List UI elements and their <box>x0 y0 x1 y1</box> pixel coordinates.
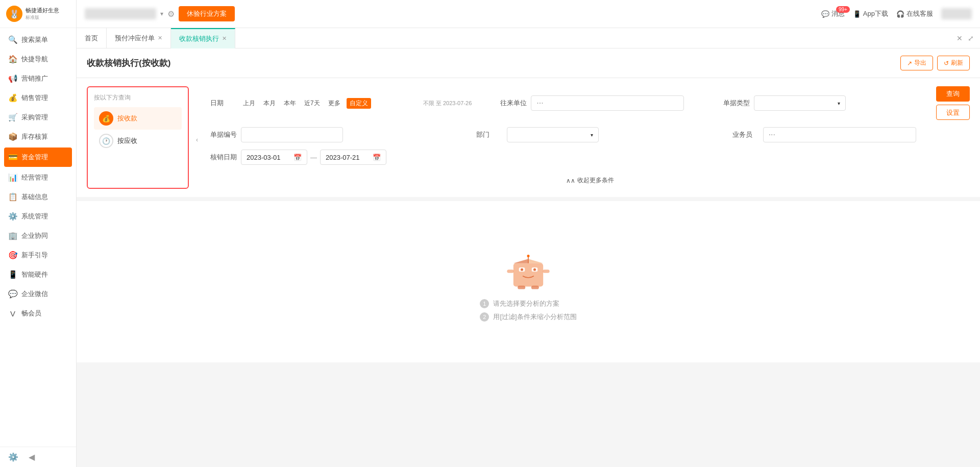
refresh-btn[interactable]: ↺ 刷新 <box>937 56 970 70</box>
target-icon: 🎯 <box>8 251 17 260</box>
online-service-btn[interactable]: 🎧 在线客服 <box>896 9 933 18</box>
sidebar-item-vip[interactable]: V 畅会员 <box>0 304 76 323</box>
nav-expand-icon[interactable]: ⤢ <box>968 34 974 42</box>
phone-icon: 📱 <box>8 270 17 279</box>
sidebar: 🐰 畅捷通好生意 标准版 🔍 搜索菜单 🏠 快捷导航 📢 营销推广 💰 销售管理… <box>0 0 77 467</box>
writeoff-start-input[interactable]: 2023-03-01 📅 <box>241 150 307 165</box>
megaphone-icon: 📢 <box>8 74 17 83</box>
counterpart-input[interactable]: ··· <box>531 95 684 111</box>
sidebar-item-wechat[interactable]: 💬 企业微信 <box>0 284 76 304</box>
collapse-chevron-icon: ∧∧ <box>566 177 575 184</box>
sidebar-item-finance[interactable]: 💳 资金管理 <box>4 148 72 167</box>
user-avatar <box>941 8 972 19</box>
tab-prepay-close[interactable]: ✕ <box>158 35 162 41</box>
box-icon: 📦 <box>8 132 17 141</box>
sidebar-item-search[interactable]: 🔍 搜索菜单 <box>0 30 76 50</box>
date-no-limit: 不限 至 2023-07-26 <box>423 100 472 107</box>
page-header: 收款核销执行(按收款) ↗ 导出 ↺ 刷新 <box>77 48 980 78</box>
sidebar-item-quick-nav[interactable]: 🏠 快捷导航 <box>0 50 76 69</box>
industry-btn[interactable]: 休验行业方案 <box>179 6 235 21</box>
headset-icon: 🎧 <box>896 10 904 18</box>
docno-input[interactable] <box>241 127 343 142</box>
export-icon: ↗ <box>907 60 912 67</box>
app-download-btn[interactable]: 📱 App下载 <box>853 9 888 18</box>
filter-option-by-receivable[interactable]: 🕐 按应收 <box>94 130 182 152</box>
svg-rect-0 <box>513 263 543 287</box>
topbar-dropdown-icon[interactable]: ▾ <box>160 10 163 17</box>
tab-collection-close[interactable]: ✕ <box>222 35 227 42</box>
sidebar-item-enterprise[interactable]: 🏢 企业协同 <box>0 226 76 245</box>
dept-select[interactable]: ▾ <box>507 127 599 142</box>
collapse-sidebar-icon[interactable]: ◀ <box>29 452 35 462</box>
salesperson-label: 业务员 <box>732 130 759 139</box>
svg-marker-2 <box>528 259 543 263</box>
main-content: ▾ ⚙ 休验行业方案 💬 消息 99+ 📱 App下载 🎧 在线客服 首页 <box>77 0 980 467</box>
sidebar-item-purchase[interactable]: 🛒 采购管理 <box>0 108 76 127</box>
date-tab-more[interactable]: 更多 <box>326 98 342 109</box>
filter-row-2: 单据编号 部门 ▾ 业务员 ··· <box>210 127 970 142</box>
filter-doctype-field: 单据类型 ▾ <box>723 95 928 111</box>
page-content: 收款核销执行(按收款) ↗ 导出 ↺ 刷新 按以下方查询 💰 <box>77 48 980 467</box>
date-tab-this-month[interactable]: 本月 <box>261 98 278 109</box>
query-btn[interactable]: 查询 <box>936 86 970 102</box>
empty-tip-2: 2 用[过滤]条件来缩小分析范围 <box>480 312 576 322</box>
filter-collapse-btn[interactable]: ‹ <box>192 90 202 189</box>
doctype-chevron-icon: ▾ <box>838 101 840 106</box>
dept-label: 部门 <box>476 130 503 139</box>
date-tab-custom[interactable]: 自定义 <box>347 98 371 109</box>
search-icon: 🔍 <box>8 35 17 44</box>
export-btn[interactable]: ↗ 导出 <box>900 56 933 70</box>
calendar-start-icon[interactable]: 📅 <box>293 154 302 161</box>
topbar-left: ▾ ⚙ 休验行业方案 <box>85 6 815 21</box>
sidebar-item-hardware[interactable]: 📱 智能硬件 <box>0 265 76 284</box>
settings-bottom-icon[interactable]: ⚙️ <box>8 452 18 462</box>
tab-prepay[interactable]: 预付冲应付单 ✕ <box>107 28 171 48</box>
empty-tips: 1 请先选择要分析的方案 2 用[过滤]条件来缩小分析范围 <box>480 299 576 322</box>
tab-collection[interactable]: 收款核销执行 ✕ <box>171 28 235 48</box>
filter-option-by-receipt[interactable]: 💰 按收款 <box>94 107 182 130</box>
building-icon: 🏢 <box>8 231 17 240</box>
svg-point-6 <box>533 268 536 271</box>
date-tab-this-year[interactable]: 本年 <box>282 98 298 109</box>
logo-text: 畅捷通好生意 标准版 <box>26 7 59 20</box>
nav-close-icon[interactable]: ✕ <box>957 34 963 42</box>
sidebar-item-inventory[interactable]: 📦 库存核算 <box>0 127 76 146</box>
cart-icon: 🛒 <box>8 113 17 122</box>
date-tab-7days[interactable]: 近7天 <box>302 98 322 109</box>
empty-illustration <box>503 242 554 293</box>
sidebar-item-guide[interactable]: 🎯 新手引导 <box>0 245 76 265</box>
vip-icon: V <box>8 309 17 318</box>
collapse-more-btn[interactable]: ∧∧ 收起更多条件 <box>210 172 970 189</box>
writeoff-end-input[interactable]: 2023-07-21 📅 <box>320 150 386 165</box>
sidebar-item-business[interactable]: 📊 经营管理 <box>0 168 76 187</box>
topbar: ▾ ⚙ 休验行业方案 💬 消息 99+ 📱 App下载 🎧 在线客服 <box>77 0 980 28</box>
svg-marker-1 <box>513 259 528 263</box>
topbar-gear-icon[interactable]: ⚙ <box>167 9 175 19</box>
date-tab-last-month[interactable]: 上月 <box>241 98 257 109</box>
sidebar-item-basic[interactable]: 📋 基础信息 <box>0 187 76 207</box>
tab-home[interactable]: 首页 <box>77 28 107 48</box>
clipboard-icon: 📋 <box>8 192 17 202</box>
filter-docno-field: 单据编号 <box>210 127 448 142</box>
sidebar-item-marketing[interactable]: 📢 营销推广 <box>0 69 76 88</box>
svg-point-8 <box>527 255 530 257</box>
svg-rect-11 <box>518 286 525 289</box>
settings-btn[interactable]: 设置 <box>936 105 970 120</box>
calendar-end-icon[interactable]: 📅 <box>373 154 381 161</box>
empty-tip-1: 1 请先选择要分析的方案 <box>480 299 576 308</box>
writeoff-date-range: 2023-03-01 📅 — 2023-07-21 📅 <box>241 150 386 165</box>
salesperson-input[interactable]: ··· <box>763 127 916 142</box>
message-btn[interactable]: 💬 消息 99+ <box>821 9 845 18</box>
date-tabs: 上月 本月 本年 近7天 更多 自定义 <box>241 98 371 109</box>
writeoff-date-label: 核销日期 <box>210 153 237 162</box>
message-icon: 💬 <box>821 10 829 18</box>
sidebar-item-sales[interactable]: 💰 销售管理 <box>0 88 76 108</box>
filter-sidebar-title: 按以下方查询 <box>94 93 182 102</box>
date-range-separator: — <box>310 154 317 161</box>
sidebar-item-system[interactable]: ⚙️ 系统管理 <box>0 207 76 226</box>
empty-state: 1 请先选择要分析的方案 2 用[过滤]条件来缩小分析范围 <box>77 201 980 362</box>
filter-row-3: 核销日期 2023-03-01 📅 — 2023-07-21 📅 <box>210 150 970 165</box>
doctype-select[interactable]: ▾ <box>754 95 846 111</box>
receipt-option-icon: 💰 <box>99 111 113 126</box>
doctype-label: 单据类型 <box>723 99 750 108</box>
